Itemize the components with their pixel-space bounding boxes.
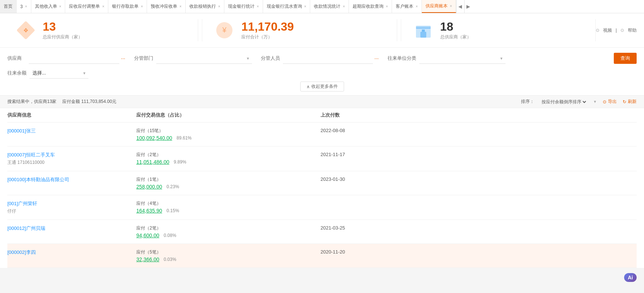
nav-prev-arrow[interactable]: ◀ <box>456 0 464 13</box>
supplier-cell-2: [000007]恒旺二手叉车 王通 17106110000 <box>7 152 136 166</box>
payable-percent-2: 9.89% <box>174 159 186 165</box>
nav-tab-supplier-account-label: 供应商账本 <box>426 3 448 9</box>
payable-percent-6: 0.03% <box>164 257 176 262</box>
supplier-link-1[interactable]: [000001]张三 <box>7 128 36 134</box>
balance-select[interactable]: 选择... <box>29 68 88 79</box>
payable-amount-2[interactable]: 11,051,486.00 <box>136 159 169 165</box>
nav-tab-prepay[interactable]: 预收冲应收单 × <box>147 0 186 13</box>
payable-row-2: 11,051,486.00 9.89% <box>136 159 321 165</box>
nav-tab-customer-account[interactable]: 客户账本 × <box>392 0 422 13</box>
unit-class-select-wrapper: ▼ <box>419 53 505 64</box>
nav-tab-3[interactable]: 3 × <box>17 0 31 13</box>
query-button[interactable]: 查询 <box>614 53 637 64</box>
supplier-link-3[interactable]: [000100]本特勤油品有限公司 <box>7 177 69 182</box>
export-icon: ⊙ <box>603 99 606 104</box>
filter-row-1: 供应商 ··· 分管部门 ▼ 分管人员 ··· 往来单位分类 <box>7 53 637 64</box>
nav-tab-cash-bank-flow[interactable]: 现金银行流水查询 × <box>263 0 311 13</box>
close-icon[interactable]: × <box>304 4 307 8</box>
result-bar: 搜索结果中，供应商13家 应付金额 111,703,854.00元 排序： 按应… <box>0 96 644 108</box>
close-icon[interactable]: × <box>102 4 104 8</box>
supplier-link-6[interactable]: [000002]李四 <box>7 249 36 255</box>
payable-row-6: 32,366.00 0.03% <box>136 256 321 262</box>
supplier-cell-3: [000100]本特勤油品有限公司 <box>7 176 136 183</box>
nav-tab-bank-deposit-label: 银行存取款单 <box>112 3 139 10</box>
dept-filter-label: 分管部门 <box>134 55 153 62</box>
store-icon <box>412 19 434 41</box>
table-container: 供应商信息 应付交易信息（占比） 上次付数 [000001]张三 应付（15笔）… <box>0 108 644 268</box>
payable-amount-1[interactable]: 100,092,540.00 <box>136 135 172 141</box>
close-icon[interactable]: × <box>25 4 27 8</box>
payable-amount-5[interactable]: 94,600.00 <box>136 232 159 238</box>
close-icon[interactable]: × <box>416 4 418 8</box>
payable-amount-3[interactable]: 258,000.00 <box>136 184 162 190</box>
person-input[interactable] <box>283 53 373 64</box>
col-header-payable: 应付交易信息（占比） <box>136 112 321 118</box>
nav-tab-cash-bank-stat-label: 现金银行统计 <box>228 3 255 10</box>
close-icon[interactable]: × <box>59 4 62 8</box>
supplier-dots-icon[interactable]: ··· <box>121 55 125 61</box>
col-header-supplier: 供应商信息 <box>7 112 136 118</box>
video-link[interactable]: 视频 <box>603 27 612 34</box>
help-link[interactable]: 帮助 <box>628 27 637 34</box>
nav-tab-cash-bank-stat[interactable]: 现金银行统计 × <box>224 0 263 13</box>
payable-amount: 11,170.39 <box>241 21 294 32</box>
export-button[interactable]: ⊙ 导出 <box>603 99 617 105</box>
close-icon[interactable]: × <box>343 4 345 8</box>
nav-next-arrow[interactable]: ▶ <box>464 0 472 13</box>
nav-tab-overdue-query[interactable]: 超期应收款查询 × <box>349 0 392 13</box>
supplier-filter-label: 供应商 <box>7 55 26 62</box>
total-supplier-count: 18 <box>440 21 471 32</box>
payable-amount-6[interactable]: 32,366.00 <box>136 256 159 262</box>
supplier-link-2[interactable]: [000007]恒旺二手叉车 <box>7 152 55 158</box>
payable-cell-2: 应付（2笔） 11,051,486.00 9.89% <box>136 152 321 165</box>
nav-tab-collection-stat[interactable]: 收款情况统计 × <box>310 0 349 13</box>
payable-amount-4[interactable]: 164,635.90 <box>136 208 162 214</box>
nav-tab-3-label: 3 <box>20 4 23 9</box>
dept-select-wrapper: ▼ <box>156 53 252 64</box>
collapse-button[interactable]: ∧ 收起更多条件 <box>300 82 344 92</box>
supplier-input[interactable] <box>29 53 119 64</box>
filter-area: 供应商 ··· 分管部门 ▼ 分管人员 ··· 往来单位分类 <box>0 48 644 96</box>
close-icon[interactable]: × <box>257 4 259 8</box>
payable-label-6: 应付（5笔） <box>136 249 321 255</box>
close-icon[interactable]: × <box>218 4 220 8</box>
summary-text-total: 18 总供应商（家） <box>440 21 471 40</box>
close-icon[interactable]: × <box>450 4 452 8</box>
circle-icon: ⊙ <box>596 28 599 33</box>
filter-item-dept: 分管部门 ▼ <box>134 53 252 64</box>
top-navigation: 首页 3 × 其他收入单 × 应收应付调整单 × 银行存取款单 × 预收冲应收单… <box>0 0 644 13</box>
dept-select[interactable] <box>156 53 252 64</box>
supplier-link-5[interactable]: [000012]广州贝瑞 <box>7 225 45 231</box>
nav-tab-ap-adjust[interactable]: 应收应付调整单 × <box>65 0 108 13</box>
last-pay-date-3: 2023-01-30 <box>321 176 345 182</box>
last-pay-date-1: 2022-08-08 <box>321 128 345 133</box>
separator: | <box>616 28 617 33</box>
nav-tab-other-income[interactable]: 其他收入单 × <box>31 0 66 13</box>
table-row: [000012]广州贝瑞 应付（2笔） 94,600.00 0.08% 2021… <box>7 220 637 244</box>
nav-tab-home[interactable]: 首页 <box>0 0 17 13</box>
refresh-label: 刷新 <box>628 99 637 105</box>
nav-tab-collection-exec[interactable]: 收款核销执行 × <box>186 0 224 13</box>
nav-tab-other-income-label: 其他收入单 <box>35 3 57 10</box>
person-filter-label: 分管人员 <box>261 55 280 62</box>
refresh-button[interactable]: ↻ 刷新 <box>623 99 637 105</box>
balance-label: 往来余额 <box>7 70 27 76</box>
divider-2 <box>401 19 401 41</box>
collapse-label: 收起更多条件 <box>311 83 338 90</box>
table-row: [000001]张三 应付（15笔） 100,092,540.00 89.61%… <box>7 123 637 146</box>
summary-card-total-suppliers: 18 总供应商（家） <box>405 19 596 41</box>
nav-tab-supplier-account[interactable]: 供应商账本 × <box>422 0 456 13</box>
close-icon[interactable]: × <box>179 4 182 8</box>
sort-select[interactable]: 按应付余额倒序排序 <box>540 99 587 105</box>
close-icon[interactable]: × <box>141 4 143 8</box>
unit-class-select[interactable] <box>419 53 505 64</box>
supplier-link-4[interactable]: [001]广州荣轩 <box>7 201 37 206</box>
payable-info-4: 应付（4笔） 164,635.90 0.15% <box>136 200 321 214</box>
close-icon[interactable]: × <box>386 4 388 8</box>
payable-info-2: 应付（2笔） 11,051,486.00 9.89% <box>136 152 321 165</box>
payable-info-6: 应付（5笔） 32,366.00 0.03% <box>136 249 321 262</box>
nav-tab-bank-deposit[interactable]: 银行存取款单 × <box>108 0 147 13</box>
person-dots-icon[interactable]: ··· <box>374 55 379 61</box>
collapse-icon: ∧ <box>307 84 310 89</box>
nav-tab-cash-bank-flow-label: 现金银行流水查询 <box>267 3 302 10</box>
